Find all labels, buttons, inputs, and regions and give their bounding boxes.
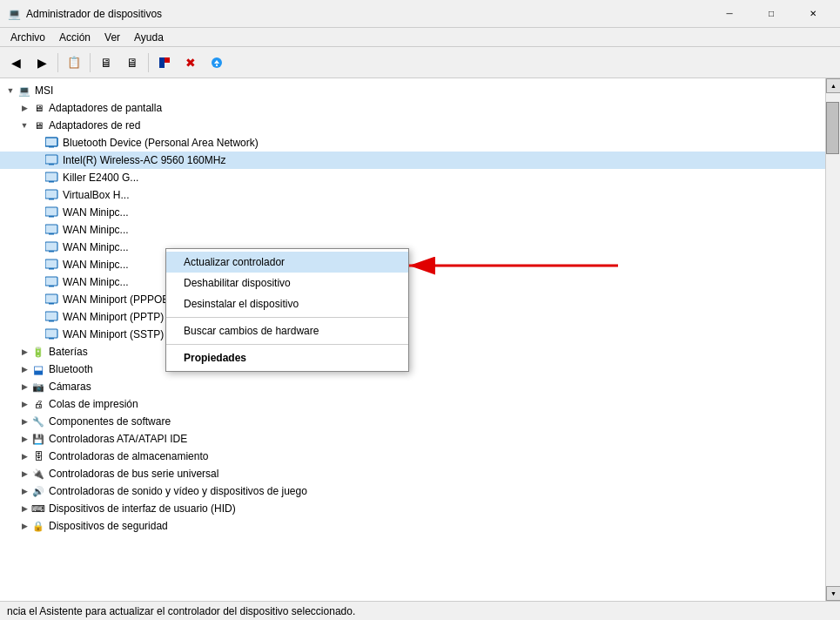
expand-icon[interactable]: ▶: [17, 345, 31, 359]
window-controls: ─ □ ✕: [709, 0, 833, 28]
battery-icon: 🔋: [31, 345, 45, 359]
tree-item-componentes[interactable]: ▶ 🔧 Componentes de software: [0, 413, 825, 430]
tree-item-usb[interactable]: ▶ 🔌 Controladoras de bus serie universal: [0, 465, 825, 482]
expand-icon[interactable]: ▶: [17, 362, 31, 376]
maximize-button[interactable]: □: [751, 0, 791, 28]
tree-item-wan2[interactable]: ▶ WAN Minipc...: [0, 221, 825, 239]
flag-button[interactable]: [152, 51, 177, 75]
menu-ayuda[interactable]: Ayuda: [127, 30, 171, 45]
ctx-actualizar[interactable]: Actualizar controlador: [166, 252, 408, 273]
tree-item-wan3[interactable]: ▶ WAN Minipc...: [0, 239, 825, 256]
tree-item-adaptadores-red[interactable]: ▼ 🖥 Adaptadores de red: [0, 117, 825, 134]
download-button[interactable]: [205, 51, 229, 75]
svg-rect-20: [49, 251, 54, 253]
properties-button[interactable]: 📋: [62, 51, 86, 75]
expand-icon[interactable]: ▶: [17, 414, 31, 428]
svg-rect-18: [49, 233, 54, 235]
tree-item-wan4[interactable]: ▶ WAN Minipc...: [0, 256, 825, 273]
tree-item-ata[interactable]: ▶ 💾 Controladoras ATA/ATAPI IDE: [0, 430, 825, 448]
svg-rect-12: [49, 181, 54, 183]
scroll-down-button[interactable]: ▼: [826, 586, 840, 601]
svg-rect-13: [45, 190, 57, 199]
forward-button[interactable]: ▶: [30, 51, 54, 75]
ctx-deshabilitar[interactable]: Deshabilitar dispositivo: [166, 273, 408, 293]
expand-icon[interactable]: ▶: [17, 484, 31, 498]
svg-rect-28: [49, 320, 54, 322]
ctx-desinstalar[interactable]: Desinstalar el dispositivo: [166, 293, 408, 314]
toolbar-separator-2: [90, 53, 91, 72]
expand-icon[interactable]: ▶: [17, 519, 31, 533]
menu-ver[interactable]: Ver: [97, 30, 127, 45]
usb-icon: 🔌: [31, 467, 45, 481]
tree-root-msi[interactable]: ▼ 💻 MSI: [0, 82, 825, 99]
tree-item-colas[interactable]: ▶ 🖨 Colas de impresión: [0, 395, 825, 413]
wan2-icon: [45, 223, 59, 237]
svg-rect-9: [45, 155, 57, 164]
svg-rect-24: [49, 286, 54, 287]
expand-icon[interactable]: ▶: [17, 432, 31, 446]
wan5-icon: [45, 275, 59, 289]
tree-item-security[interactable]: ▶ 🔒 Dispositivos de seguridad: [0, 517, 825, 535]
scroll-thumb[interactable]: [826, 102, 839, 154]
svg-rect-23: [45, 277, 57, 286]
menu-archivo[interactable]: Archivo: [3, 30, 52, 45]
wan4-icon: [45, 258, 59, 272]
wan1-icon: [45, 206, 59, 219]
toolbar-separator-1: [57, 53, 58, 72]
tree-item-wan1[interactable]: ▶ WAN Minipc...: [0, 204, 825, 221]
tree-item-wan-sstp[interactable]: ▶ WAN Miniport (SSTP): [0, 326, 825, 343]
expand-icon[interactable]: ▶: [17, 397, 31, 411]
expand-icon[interactable]: ▶: [17, 502, 31, 516]
minimize-button[interactable]: ─: [709, 0, 749, 28]
tree-item-wan-pptp[interactable]: ▶ WAN Miniport (PPTP): [0, 308, 825, 326]
status-bar: ncia el Asistente para actualizar el con…: [0, 601, 840, 620]
scan-button[interactable]: 🖥: [94, 51, 118, 75]
x-button[interactable]: ✖: [178, 51, 203, 75]
svg-rect-21: [45, 259, 57, 268]
ctx-separator-1: [166, 317, 408, 318]
tree-item-baterias[interactable]: ▶ 🔋 Baterías: [0, 343, 825, 361]
hid-icon: ⌨: [31, 502, 45, 516]
svg-rect-25: [45, 294, 57, 303]
app-icon: 💻: [7, 7, 21, 21]
tree-item-camaras[interactable]: ▶ 📷 Cámaras: [0, 378, 825, 395]
scrollbar[interactable]: ▲ ▼: [825, 78, 840, 601]
menu-accion[interactable]: Acción: [52, 30, 97, 45]
tree-item-bluetooth[interactable]: ▶ ⬓ Bluetooth: [0, 361, 825, 378]
tree-item-adaptadores-pantalla[interactable]: ▶ 🖥 Adaptadores de pantalla: [0, 99, 825, 117]
back-button[interactable]: ◀: [3, 51, 28, 75]
expand-icon[interactable]: ▼: [3, 84, 17, 98]
svg-rect-8: [49, 146, 54, 148]
tree-item-virtualbox[interactable]: ▶ VirtualBox H...: [0, 186, 825, 204]
tree-item-wan5[interactable]: ▶ WAN Minipc...: [0, 273, 825, 291]
close-button[interactable]: ✕: [793, 0, 833, 28]
display-button[interactable]: 🖥: [120, 51, 144, 75]
scroll-up-button[interactable]: ▲: [826, 78, 840, 93]
svg-rect-15: [45, 207, 57, 216]
expand-icon[interactable]: ▶: [17, 449, 31, 463]
tree-item-audio[interactable]: ▶ 🔊 Controladoras de sonido y vídeo y di…: [0, 482, 825, 500]
expand-icon[interactable]: ▶: [17, 101, 31, 115]
scroll-track[interactable]: [826, 93, 840, 586]
tree-item-hid[interactable]: ▶ ⌨ Dispositivos de interfaz de usuario …: [0, 500, 825, 517]
svg-rect-6: [47, 139, 56, 145]
main-content: ▼ 💻 MSI ▶ 🖥 Adaptadores de pantalla ▼ 🖥 …: [0, 78, 840, 601]
expand-icon[interactable]: ▼: [17, 118, 31, 132]
tree-item-killer[interactable]: ▶ Killer E2400 G...: [0, 169, 825, 186]
tree-item-wan-pppoe[interactable]: ▶ WAN Miniport (PPPOE): [0, 291, 825, 308]
svg-rect-4: [216, 64, 218, 66]
bluetooth-label: Bluetooth: [49, 363, 93, 375]
wan-pppoe-icon: [45, 293, 59, 307]
svg-rect-29: [45, 329, 57, 338]
security-icon: 🔒: [31, 519, 45, 533]
device-tree[interactable]: ▼ 💻 MSI ▶ 🖥 Adaptadores de pantalla ▼ 🖥 …: [0, 78, 825, 601]
expand-icon[interactable]: ▶: [17, 380, 31, 394]
ctx-buscar[interactable]: Buscar cambios de hardware: [166, 320, 408, 341]
svg-rect-27: [45, 312, 57, 320]
tree-item-bluetooth-device[interactable]: ▶ Bluetooth Device (Personal Area Networ…: [0, 134, 825, 152]
camera-icon: 📷: [31, 380, 45, 394]
ctx-propiedades[interactable]: Propiedades: [166, 347, 408, 368]
tree-item-intel-wireless[interactable]: ▶ Intel(R) Wireless-AC 9560 160MHz: [0, 152, 825, 169]
expand-icon[interactable]: ▶: [17, 467, 31, 481]
tree-item-storage[interactable]: ▶ 🗄 Controladoras de almacenamiento: [0, 448, 825, 465]
